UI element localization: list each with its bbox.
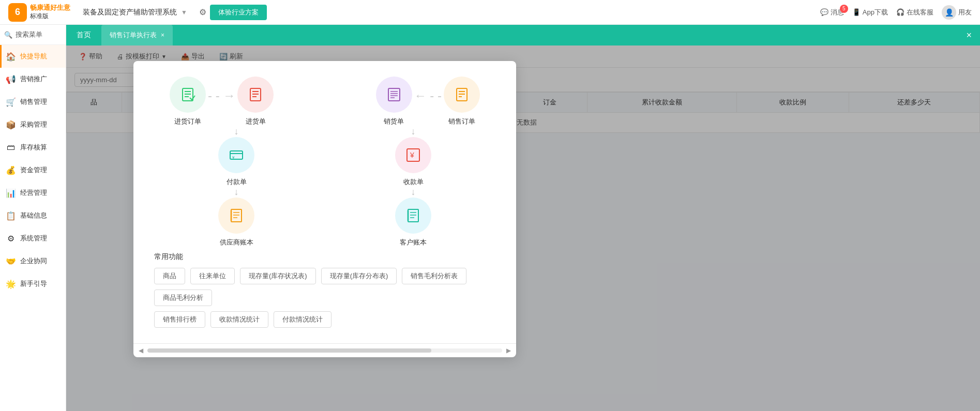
scrollbar-thumb [147, 348, 431, 353]
common-btn-stock-status[interactable]: 现存量(库存状况表) [240, 268, 316, 284]
tab-sales-order[interactable]: 销售订单执行表 × [101, 25, 173, 45]
arrow-sales-order-to-bill: ← - - [414, 88, 442, 103]
app-download-button[interactable]: 📱 App下载 [852, 8, 888, 17]
marketing-icon: 📢 [6, 74, 16, 84]
sidebar-item-finance[interactable]: 💰 资金管理 [0, 159, 66, 181]
svg-rect-27 [408, 209, 418, 222]
system-title: 装备及固定资产辅助管理系统 [83, 8, 177, 17]
system-dropdown-arrow[interactable]: ▼ [181, 9, 187, 16]
scroll-right-arrow[interactable]: ▶ [506, 347, 511, 354]
purchase-order-icon [170, 77, 206, 113]
tab-close-button[interactable]: × [161, 32, 164, 39]
sales-bill-icon [376, 77, 412, 113]
operation-icon: 📊 [6, 188, 16, 198]
sidebar-item-inventory[interactable]: 🗃 库存核算 [0, 136, 66, 159]
common-btn-product[interactable]: 商品 [154, 268, 185, 284]
receipt-bill-label: 收款单 [403, 177, 424, 187]
basic-icon: 📋 [6, 210, 16, 221]
home-icon: 🏠 [6, 51, 16, 62]
common-functions-section: 常用功能 商品 往来单位 现存量(库存状况表) 现存量(库存分布表) 销售毛利分… [154, 252, 495, 328]
customer-ledger-icon [395, 197, 431, 234]
sidebar-search[interactable]: 🔍 搜索菜单 [0, 25, 66, 45]
tab-home[interactable]: 首页 [66, 25, 101, 45]
flow-node-customer-ledger[interactable]: 客户账本 [395, 197, 431, 247]
flow-node-sales-bill[interactable]: 销货单 [376, 77, 412, 126]
message-badge: 5 [840, 5, 848, 13]
common-buttons-row-2: 销售排行榜 收款情况统计 付款情况统计 [154, 311, 495, 328]
v-arrow-sales-bill: ↓ [395, 126, 431, 137]
avatar: 👤 [942, 5, 956, 20]
message-icon: 💬 [820, 8, 828, 16]
online-service-button[interactable]: 🎧 在线客服 [896, 8, 933, 17]
sidebar-item-purchase[interactable]: 📦 采购管理 [0, 113, 66, 136]
common-buttons-row-1: 商品 往来单位 现存量(库存状况表) 现存量(库存分布表) 销售毛利分析表 商品… [154, 268, 495, 306]
common-btn-stock-dist[interactable]: 现存量(库存分布表) [321, 268, 397, 284]
svg-rect-23 [230, 210, 232, 221]
guide-icon: 🌟 [6, 279, 16, 289]
flow-node-supplier-ledger[interactable]: 供应商账本 [218, 197, 254, 247]
sales-bill-label: 销货单 [384, 117, 404, 126]
common-btn-receipt-stats[interactable]: 收款情况统计 [210, 311, 268, 328]
settings-icon[interactable]: ⚙ [195, 5, 210, 20]
v-arrow-receipt-bill: ↓ [395, 187, 431, 197]
arrow-purchase-order-to-bill: - - → [208, 88, 235, 103]
modal-scrollbar: ◀ ▶ [133, 343, 516, 357]
sales-icon: 🛒 [6, 97, 16, 107]
app-logo-text: 畅康通好生意 标准版 [30, 4, 70, 20]
enterprise-icon: 🤝 [6, 256, 16, 266]
sidebar-item-sales[interactable]: 🛒 销售管理 [0, 90, 66, 113]
common-btn-product-profit[interactable]: 商品毛利分析 [154, 290, 212, 306]
sales-order-label: 销售订单 [448, 117, 475, 126]
sidebar-item-enterprise[interactable]: 🤝 企业协同 [0, 250, 66, 272]
page-close-button[interactable]: × [966, 30, 972, 41]
svg-text:¥: ¥ [410, 151, 414, 159]
v-arrow-payment-bill: ↓ [218, 187, 254, 197]
receipt-bill-icon: ¥ [395, 137, 431, 173]
svg-text:¥: ¥ [232, 155, 235, 160]
finance-icon: 💰 [6, 165, 16, 175]
flow-node-purchase-order[interactable]: 进货订单 [170, 77, 206, 126]
sales-order-icon [444, 77, 480, 113]
modal-overlay: 进货订单 - - → 进货单 [66, 45, 980, 411]
supplier-ledger-label: 供应商账本 [220, 238, 253, 247]
purchase-bill-icon [237, 77, 274, 113]
inventory-icon: 🗃 [6, 142, 16, 153]
flow-node-receipt-bill[interactable]: ¥ 收款单 [395, 137, 431, 187]
search-icon: 🔍 [4, 31, 12, 39]
flow-node-payment-bill[interactable]: ¥ 付款单 [218, 137, 254, 187]
headset-icon: 🎧 [896, 8, 904, 16]
v-arrow-purchase-bill: ↓ [218, 126, 254, 137]
customer-ledger-label: 客户账本 [400, 238, 427, 247]
quick-nav-modal: 进货订单 - - → 进货单 [133, 61, 516, 357]
flow-node-purchase-bill[interactable]: 进货单 [237, 77, 274, 126]
message-button[interactable]: 💬 消息 5 [820, 8, 844, 17]
flow-node-sales-order[interactable]: 销售订单 [444, 77, 480, 126]
svg-rect-22 [231, 209, 242, 222]
sidebar-item-system[interactable]: ⚙ 系统管理 [0, 227, 66, 250]
sidebar-item-basic[interactable]: 📋 基础信息 [0, 204, 66, 227]
download-icon: 📱 [852, 8, 861, 16]
common-btn-sales-profit[interactable]: 销售毛利分析表 [402, 268, 466, 284]
supplier-ledger-icon [218, 197, 254, 234]
common-btn-payment-stats[interactable]: 付款情况统计 [274, 311, 331, 328]
app-logo-icon: 6 [8, 3, 27, 22]
sidebar-item-operation[interactable]: 📊 经营管理 [0, 181, 66, 204]
common-btn-sales-ranking[interactable]: 销售排行榜 [154, 311, 205, 328]
trial-button[interactable]: 体验行业方案 [210, 5, 267, 20]
sidebar-item-quick-nav[interactable]: 🏠 快捷导航 [0, 45, 66, 68]
scrollbar-track[interactable] [147, 348, 502, 353]
system-icon: ⚙ [6, 233, 16, 243]
payment-bill-icon: ¥ [218, 137, 254, 173]
purchase-icon: 📦 [6, 119, 16, 130]
scroll-left-arrow[interactable]: ◀ [139, 347, 143, 354]
purchase-order-label: 进货订单 [174, 117, 201, 126]
common-functions-title: 常用功能 [154, 252, 495, 262]
user-menu[interactable]: 👤 用友 [942, 5, 972, 20]
sidebar-item-marketing[interactable]: 📢 营销推广 [0, 68, 66, 90]
svg-rect-8 [388, 88, 400, 101]
sidebar-item-guide[interactable]: 🌟 新手引导 [0, 272, 66, 295]
common-btn-partner[interactable]: 往来单位 [190, 268, 235, 284]
svg-rect-28 [407, 210, 409, 221]
payment-bill-label: 付款单 [227, 177, 247, 187]
purchase-bill-label: 进货单 [246, 117, 266, 126]
